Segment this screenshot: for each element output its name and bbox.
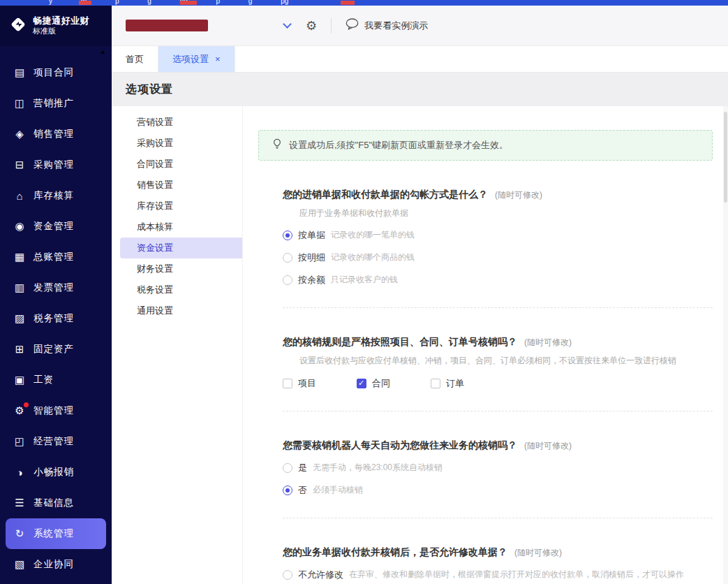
radio-button[interactable] <box>283 231 292 240</box>
question-title: 您需要核销机器人每天自动为您做往来业务的核销吗？ (随时可修改) <box>283 439 713 452</box>
radio-button[interactable] <box>283 486 292 495</box>
sidebar: 畅捷通好业财 标准版 ▲ ▤项目合同 ◫营销推广 ◈销售管理 ⊟采购管理 ⌂库存… <box>0 6 112 584</box>
option-row[interactable]: 不允许修改 在弃审、修改和删除单据时，根据弹窗提示打开对应的收付款单，取消核销后… <box>283 568 713 581</box>
subnav-item-purchase-settings[interactable]: 采购设置 <box>112 133 242 154</box>
checkbox[interactable] <box>283 379 292 388</box>
sidebar-item-marketing[interactable]: ◫营销推广 <box>6 88 106 119</box>
question-hint: (随时可修改) <box>495 190 542 200</box>
radio-button[interactable] <box>283 570 292 580</box>
ledger-icon: ▦ <box>13 251 26 263</box>
option-label: 按余额 <box>298 274 325 286</box>
option-row[interactable]: 否 必须手动核销 <box>283 483 713 497</box>
header: ⚙ 我要看实例演示 <box>112 6 728 46</box>
sidebar-item-purchase[interactable]: ⊟采购管理 <box>6 149 106 180</box>
strip-redaction <box>180 1 197 5</box>
subnav-item-marketing-settings[interactable]: 营销设置 <box>112 112 242 133</box>
option-label: 否 <box>298 484 307 497</box>
option-row[interactable]: 项目 <box>283 377 316 390</box>
sidebar-item-basic-info[interactable]: ☰基础信息 <box>6 488 106 518</box>
sidebar-item-business-management[interactable]: ◰经营管理 <box>6 426 106 457</box>
scrollbar <box>723 106 728 584</box>
purchase-icon: ⊟ <box>13 159 26 171</box>
radio-button[interactable] <box>283 463 292 473</box>
question-subtitle: 应用于业务单据和收付款单据 <box>299 207 713 219</box>
demo-link[interactable]: 我要看实例演示 <box>346 18 428 33</box>
option-row[interactable]: 按单据 记录收的哪一笔单的钱 <box>283 228 713 242</box>
clipboard-icon: ◰ <box>13 435 26 448</box>
question-block-writeoff-rule: 您的核销规则是严格按照项目、合同、订单号核销吗？ (随时可修改) 设置后收付款与… <box>283 336 713 390</box>
sidebar-item-project-contract[interactable]: ▤项目合同 <box>6 57 106 88</box>
sidebar-item-reimbursement[interactable]: ◑小畅报销 <box>6 457 106 488</box>
building-icon: ⊞ <box>13 343 26 356</box>
strip-redaction <box>341 1 355 5</box>
subnav-item-funds-settings[interactable]: 资金设置 <box>120 238 242 258</box>
option-desc: 必须手动核销 <box>313 484 363 496</box>
sales-icon: ◈ <box>13 128 26 140</box>
option-row[interactable]: 订单 <box>431 377 464 390</box>
tab-home[interactable]: 首页 <box>112 46 158 72</box>
company-selector[interactable] <box>126 15 295 36</box>
option-label: 订单 <box>446 377 464 390</box>
coin-icon: ◉ <box>13 220 26 233</box>
sidebar-item-payroll[interactable]: ▣工资 <box>6 365 106 395</box>
subnav-item-general-settings[interactable]: 通用设置 <box>112 300 242 321</box>
subnav-item-sales-settings[interactable]: 销售设置 <box>112 175 242 196</box>
question-subtitle: 设置后收付款与应收应付单核销、冲销，项目、合同、订单必须相同，不设置按往来单位一… <box>299 355 713 367</box>
sidebar-item-label: 营销推广 <box>34 97 74 110</box>
sidebar-item-fixed-assets[interactable]: ⊞固定资产 <box>6 334 106 365</box>
option-row[interactable]: 按余额 只记录收客户的钱 <box>283 273 713 286</box>
company-name-redacted <box>126 20 208 31</box>
tab-close-icon[interactable]: × <box>215 54 221 64</box>
sidebar-item-system-management[interactable]: ↻系统管理 <box>6 518 106 549</box>
settings-subnav: 营销设置 采购设置 合同设置 销售设置 库存设置 成本核算 资金设置 财务设置 … <box>112 106 243 584</box>
sidebar-item-label: 资金管理 <box>34 220 74 233</box>
sidebar-item-label: 系统管理 <box>34 527 74 540</box>
subnav-item-tax-settings[interactable]: 税务设置 <box>112 279 242 300</box>
option-row[interactable]: 是 无需手动，每晚23:00系统自动核销 <box>283 461 713 474</box>
subnav-item-contract-settings[interactable]: 合同设置 <box>112 154 242 175</box>
question-title-text: 您的业务单据收付款并核销后，是否允许修改单据？ <box>283 546 507 557</box>
scrollbar-thumb[interactable] <box>724 112 727 203</box>
sidebar-item-label: 税务管理 <box>34 312 74 325</box>
sidebar-item-general-ledger[interactable]: ▦总账管理 <box>6 242 106 272</box>
notice-banner: 设置成功后,须按"F5"键刷新页面或重新登录才会生效。 <box>258 130 713 161</box>
option-row[interactable]: 按明细 记录收的哪个商品的钱 <box>283 251 713 264</box>
tab-options-settings[interactable]: 选项设置 × <box>158 46 235 72</box>
subnav-item-cost-accounting[interactable]: 成本核算 <box>112 217 242 238</box>
option-desc: 记录收的哪个商品的钱 <box>331 251 415 263</box>
sidebar-item-tax[interactable]: ▨税务管理 <box>6 303 106 334</box>
reimburse-icon: ◑ <box>13 467 26 479</box>
sidebar-item-label: 企业协同 <box>34 558 74 571</box>
question-options: 是 无需手动，每晚23:00系统自动核销 否 必须手动核销 <box>283 461 713 497</box>
sidebar-item-label: 经营管理 <box>34 435 74 448</box>
brand-name: 畅捷通好业财 <box>33 15 89 27</box>
sidebar-item-funds[interactable]: ◉资金管理 <box>6 211 106 242</box>
sidebar-item-smart-management[interactable]: ⚙智能管理 <box>6 395 106 426</box>
gear-icon[interactable]: ⚙ <box>306 18 317 33</box>
sidebar-item-sales[interactable]: ◈销售管理 <box>6 119 106 149</box>
checkbox[interactable] <box>357 379 366 388</box>
strip-redaction <box>79 1 91 5</box>
question-options: 按单据 记录收的哪一笔单的钱 按明细 记录收的哪个商品的钱 按余额 只记录收客户… <box>283 228 713 286</box>
subnav-item-inventory-settings[interactable]: 库存设置 <box>112 196 242 217</box>
page-title: 选项设置 <box>126 82 173 97</box>
option-row[interactable]: 合同 <box>357 377 390 390</box>
sidebar-item-enterprise-collab[interactable]: ▧企业协同 <box>6 549 106 580</box>
question-hint: (随时可修改) <box>524 337 572 347</box>
warehouse-icon: ⌂ <box>13 190 26 202</box>
app-logo: 畅捷通好业财 标准版 <box>0 6 112 46</box>
sidebar-item-invoice[interactable]: ▥发票管理 <box>6 272 106 303</box>
list-icon: ☰ <box>13 497 26 509</box>
tab-label: 选项设置 <box>172 53 209 66</box>
option-desc: 记录收的哪一笔单的钱 <box>331 229 415 241</box>
notification-dot <box>24 402 29 407</box>
checkbox[interactable] <box>431 379 440 388</box>
option-label: 按明细 <box>298 251 325 264</box>
subnav-item-finance-settings[interactable]: 财务设置 <box>112 258 242 279</box>
sidebar-scroll-up-icon[interactable]: ▲ <box>100 49 106 55</box>
option-label: 是 <box>298 462 307 474</box>
radio-button[interactable] <box>283 253 292 263</box>
sidebar-item-inventory[interactable]: ⌂库存核算 <box>6 180 106 211</box>
question-title-text: 您的核销规则是严格按照项目、合同、订单号核销吗？ <box>283 336 517 347</box>
radio-button[interactable] <box>283 275 292 285</box>
